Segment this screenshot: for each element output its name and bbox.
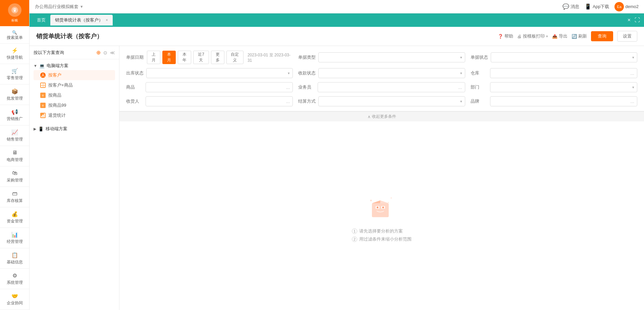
ecommerce-icon: 🖥 [11, 149, 18, 156]
order-type-control[interactable]: ▾ [318, 52, 465, 62]
warehouse-dots[interactable]: ... [630, 70, 634, 76]
sidebar-item-finance[interactable]: 💰 资金管理 [0, 207, 29, 228]
scheme-item-by-goods99[interactable]: ≡ 按商品99 [34, 100, 115, 110]
user-profile[interactable]: Ea demo2 [614, 2, 639, 11]
shortcut-this-year[interactable]: 本年 [178, 51, 191, 64]
settings-scheme-icon[interactable]: ⊙ [103, 50, 107, 55]
tab-home[interactable]: 首页 [32, 15, 50, 25]
warehouse-control[interactable]: ... [490, 68, 637, 78]
tab-close-icon[interactable]: × [106, 18, 108, 22]
export-button[interactable]: 📤 导出 [552, 33, 568, 39]
page-header: 销货单统计表（按客户） ❓ 帮助 🖨 按模板打印 ▾ 📤 导出 🔄 刷新 [30, 27, 644, 46]
basic-info-icon: 📋 [11, 252, 18, 258]
filter-panel: 单据日期 上月 本月 本年 近7天 更多 自定义 2023-03-01 至 20… [119, 46, 644, 310]
goods-dots[interactable]: ... [286, 85, 290, 90]
shortcut-7days[interactable]: 近7天 [193, 51, 209, 64]
message-button[interactable]: 💬 消息 [562, 3, 579, 10]
outbound-control[interactable]: ▾ [146, 68, 293, 78]
sidebar-item-quick-nav[interactable]: ⚡ 快捷导航 [0, 44, 29, 64]
outbound-label: 出库状态 [126, 70, 144, 76]
help-button[interactable]: ❓ 帮助 [498, 33, 513, 39]
category-expand-icon: ▼ [34, 64, 37, 68]
settlement-dropdown-icon: ▾ [460, 99, 462, 104]
filter-salesperson: 业务员 ... [298, 82, 465, 92]
shortcut-more[interactable]: 更多 [211, 51, 224, 64]
brand-dots[interactable]: ... [630, 99, 634, 104]
sidebar-item-system[interactable]: ⚙ 系统管理 [0, 269, 29, 289]
export-icon: 📤 [552, 34, 557, 39]
tip-text-1: 请先选择要分析的方案 [359, 228, 403, 234]
sidebar-item-sales[interactable]: 📈 销售管理 [0, 125, 29, 146]
filter-department: 部门 ▾ [471, 82, 637, 92]
payment-status-label: 收款状态 [298, 70, 316, 76]
department-dropdown-icon: ▾ [632, 85, 634, 90]
shortcut-this-month[interactable]: 本月 [162, 51, 176, 64]
scheme-category-mobile: ▶ 📱 移动端方案 [30, 122, 119, 135]
category-desktop-label: 电脑端方案 [47, 63, 68, 69]
settings-button[interactable]: 设置 [617, 31, 637, 42]
sidebar-item-wholesale[interactable]: 📦 批发管理 [0, 85, 29, 105]
sidebar-item-retail[interactable]: 🛒 零售管理 [0, 64, 29, 85]
date-range: 2023-03-01 至 2023-03-31 [248, 52, 293, 63]
collapse-label: 收起更多条件 [372, 114, 396, 119]
returns-icon [40, 113, 46, 118]
shortcut-last-month[interactable]: 上月 [147, 51, 160, 64]
refresh-button[interactable]: 🔄 刷新 [572, 33, 587, 39]
shortcut-custom[interactable]: 自定义 [226, 51, 244, 64]
filter-row-4: 收货人 ... 结算方式 ▾ [126, 96, 637, 106]
sales-icon: 📈 [11, 129, 18, 136]
app-download-button[interactable]: 📱 App下载 [585, 3, 609, 10]
window-close-button[interactable]: × [627, 16, 631, 24]
svg-point-5 [377, 207, 378, 208]
order-type-dropdown-icon: ▾ [460, 55, 462, 60]
scheme-category-desktop: ▼ 💻 电脑端方案 人 按客户 [30, 59, 119, 122]
query-button[interactable]: 查询 [591, 31, 613, 41]
sidebar-item-basic-info[interactable]: 📋 基础信息 [0, 248, 29, 269]
add-scheme-icon[interactable]: ⊕ [96, 49, 101, 56]
scheme-category-mobile-header[interactable]: ▶ 📱 移动端方案 [34, 124, 115, 133]
salesperson-control[interactable]: ... [318, 82, 465, 92]
dropdown-arrow-icon[interactable]: ▾ [80, 4, 83, 9]
scheme-item-by-goods[interactable]: ≡ 按商品 [34, 90, 115, 100]
print-icon: 🖨 [517, 34, 522, 39]
sidebar-item-operations[interactable]: 📊 经营管理 [0, 228, 29, 248]
filter-goods: 商品 ... [126, 82, 293, 92]
payment-status-control[interactable]: ▾ [318, 68, 465, 78]
print-button[interactable]: 🖨 按模板打印 ▾ [517, 33, 548, 39]
settlement-control[interactable]: ▾ [318, 96, 465, 106]
header-right: 💬 消息 📱 App下载 Ea demo2 [562, 2, 639, 11]
receiver-dots[interactable]: ... [286, 99, 290, 104]
mobile-category-label: 移动端方案 [46, 126, 67, 132]
brand-control[interactable]: ... [490, 96, 637, 106]
scheme-item-by-customer-goods[interactable]: 按客户+商品 [34, 80, 115, 90]
order-status-control[interactable]: ▾ [491, 52, 637, 62]
window-resize-button[interactable]: ⛶ [634, 16, 641, 24]
sidebar: 标账 🔍 搜索菜单 ⚡ 快捷导航 🛒 零售管理 📦 批发管理 📢 营销推广 📈 … [0, 0, 30, 310]
receiver-control[interactable]: ... [146, 96, 293, 106]
filter-settlement: 结算方式 ▾ [298, 96, 465, 106]
goods-control[interactable]: ... [146, 82, 293, 92]
sidebar-item-marketing[interactable]: 📢 营销推广 [0, 105, 29, 125]
sidebar-item-ecommerce[interactable]: 🖥 电商管理 [0, 146, 29, 166]
sidebar-item-inventory[interactable]: 🗃 库存核算 [0, 187, 29, 207]
logo-text: 标账 [11, 18, 18, 23]
scheme-item-by-customer[interactable]: 人 按客户 [34, 70, 115, 80]
svg-rect-2 [372, 203, 389, 217]
message-icon: 💬 [562, 3, 569, 10]
scheme-category-desktop-header[interactable]: ▼ 💻 电脑端方案 [34, 61, 115, 70]
tab-active[interactable]: 销货单统计表（按客户） × [50, 15, 113, 25]
goods99-icon: ≡ [40, 103, 46, 108]
logo-icon [8, 3, 21, 17]
sidebar-item-purchase[interactable]: 🛍 采购管理 [0, 166, 29, 187]
salesperson-dots[interactable]: ... [458, 85, 462, 90]
collapse-bar[interactable]: ∧ 收起更多条件 [119, 111, 644, 121]
collapse-scheme-icon[interactable]: ≪ [110, 50, 115, 55]
department-control[interactable]: ▾ [490, 82, 637, 92]
sidebar-item-enterprise[interactable]: 🤝 企业协同 [0, 289, 29, 310]
sidebar-item-search[interactable]: 🔍 搜索菜单 [0, 26, 29, 44]
page-title: 销货单统计表（按客户） [36, 32, 103, 40]
search-icon: 🔍 [12, 30, 17, 35]
scheme-item-returns[interactable]: 退货统计 [34, 110, 115, 120]
tip-num-2: 2 [352, 237, 357, 242]
page-content: 销货单统计表（按客户） ❓ 帮助 🖨 按模板打印 ▾ 📤 导出 🔄 刷新 [30, 27, 644, 310]
